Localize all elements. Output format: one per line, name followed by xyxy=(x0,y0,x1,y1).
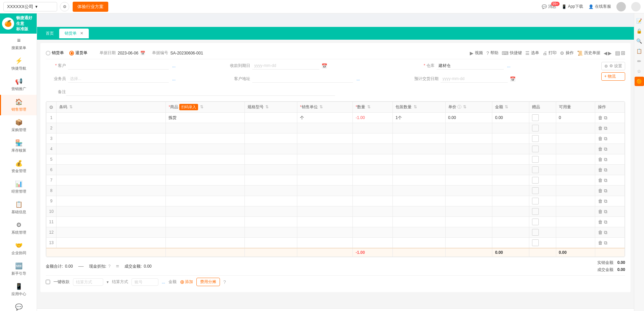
row-barcode[interactable] xyxy=(56,133,166,144)
next-arrow[interactable]: ▶ xyxy=(608,50,612,56)
delete-row-icon[interactable]: 🗑 xyxy=(598,188,603,194)
copy-row-icon[interactable]: ⧉ xyxy=(604,188,607,194)
sidebar-item-finance[interactable]: 💰 资金管理 xyxy=(0,156,37,177)
row-unit-price[interactable]: 0.00 xyxy=(445,113,492,123)
row-unit[interactable] xyxy=(297,154,353,165)
app-download-button[interactable]: 📱 App下载 xyxy=(562,4,583,9)
row-spec[interactable] xyxy=(244,154,297,165)
row-pkg-qty[interactable] xyxy=(393,154,445,165)
add-payment-button[interactable]: ⊕ 添加 xyxy=(180,279,193,285)
row-amount[interactable] xyxy=(492,133,529,144)
row-unit-price[interactable] xyxy=(445,206,492,217)
row-gift[interactable] xyxy=(529,133,556,144)
row-quantity[interactable] xyxy=(353,217,393,227)
row-quantity[interactable] xyxy=(353,123,393,133)
row-gift[interactable] xyxy=(529,186,556,196)
row-unit-price[interactable] xyxy=(445,186,492,196)
sidebar-item-inventory[interactable]: 🏪 库存核算 xyxy=(0,136,37,156)
row-gift[interactable] xyxy=(529,175,556,186)
row-product[interactable] xyxy=(166,165,244,175)
copy-row-icon[interactable]: ⧉ xyxy=(604,125,607,131)
account-input[interactable] xyxy=(131,278,158,286)
row-amount[interactable] xyxy=(492,175,529,186)
copy-row-icon[interactable]: ⧉ xyxy=(604,178,607,183)
row-quantity[interactable] xyxy=(353,206,393,217)
video-action[interactable]: ▶ 视频 xyxy=(470,50,483,56)
row-gift[interactable] xyxy=(529,154,556,165)
row-amount[interactable] xyxy=(492,227,529,238)
select-action[interactable]: ☰ 选单 xyxy=(525,50,539,56)
row-unit[interactable] xyxy=(297,196,353,206)
salesman-input[interactable] xyxy=(68,75,169,83)
row-spec[interactable] xyxy=(244,186,297,196)
row-unit-price[interactable] xyxy=(445,133,492,144)
row-barcode[interactable] xyxy=(56,113,166,123)
scan-button[interactable]: 扫码录入 xyxy=(179,104,198,110)
row-spec[interactable] xyxy=(244,196,297,206)
row-unit-price[interactable] xyxy=(445,165,492,175)
row-unit[interactable]: 个 xyxy=(297,113,353,123)
sidebar-item-system[interactable]: ⚙ 系统管理 xyxy=(0,218,37,238)
avatar-extra[interactable] xyxy=(631,2,641,11)
warehouse-dots[interactable]: ... xyxy=(507,64,510,68)
company-selector[interactable]: XXXXXX公司 ▾ xyxy=(3,2,57,11)
list-view-icon[interactable]: ▤ xyxy=(615,50,620,56)
sidebar-item-search[interactable]: ≡ 搜索菜单 xyxy=(0,34,37,54)
return-order-radio[interactable]: 退货单 xyxy=(69,50,87,56)
row-pkg-qty[interactable] xyxy=(393,238,445,248)
delete-row-icon[interactable]: 🗑 xyxy=(598,240,603,246)
row-unit[interactable] xyxy=(297,206,353,217)
row-unit-price[interactable] xyxy=(445,217,492,227)
row-spec[interactable] xyxy=(244,133,297,144)
row-pkg-qty[interactable] xyxy=(393,175,445,186)
copy-row-icon[interactable]: ⧉ xyxy=(604,157,607,162)
row-unit-price[interactable] xyxy=(445,238,492,248)
row-unit[interactable] xyxy=(297,217,353,227)
row-barcode[interactable] xyxy=(56,165,166,175)
row-spec[interactable] xyxy=(244,144,297,154)
row-spec[interactable] xyxy=(244,227,297,238)
row-barcode[interactable] xyxy=(56,186,166,196)
payment-due-calendar-icon[interactable]: 📅 xyxy=(321,63,327,69)
row-product[interactable] xyxy=(166,144,244,154)
row-unit[interactable] xyxy=(297,165,353,175)
row-unit[interactable] xyxy=(297,123,353,133)
right-panel-active-btn[interactable]: 🟠 xyxy=(635,77,644,86)
help-action[interactable]: ? 帮助 xyxy=(486,50,498,56)
row-barcode[interactable] xyxy=(56,123,166,133)
row-amount[interactable] xyxy=(492,123,529,133)
row-gift[interactable] xyxy=(529,238,556,248)
row-barcode[interactable] xyxy=(56,196,166,206)
avatar[interactable] xyxy=(616,2,626,11)
row-spec[interactable] xyxy=(244,238,297,248)
tab-home[interactable]: 首页 xyxy=(40,29,59,38)
doc-date-calendar-icon[interactable]: 📅 xyxy=(140,51,145,55)
row-barcode[interactable] xyxy=(56,144,166,154)
row-quantity[interactable] xyxy=(353,154,393,165)
row-gift[interactable] xyxy=(529,206,556,217)
row-unit-price[interactable] xyxy=(445,123,492,133)
sidebar-item-wechat[interactable]: 💬 企业微信 xyxy=(0,300,37,311)
shortcut-action[interactable]: ⌨ 快捷键 xyxy=(502,50,522,56)
sidebar-item-apps[interactable]: 📱 应用中心 xyxy=(0,279,37,300)
row-amount[interactable] xyxy=(492,165,529,175)
copy-row-icon[interactable]: ⧉ xyxy=(604,198,607,204)
row-unit-price[interactable] xyxy=(445,196,492,206)
online-support-button[interactable]: 👤 在线客服 xyxy=(589,4,611,9)
payment-help-icon[interactable]: ? xyxy=(223,279,226,285)
row-spec[interactable] xyxy=(244,123,297,133)
sidebar-item-marketing[interactable]: 📢 营销推广 xyxy=(0,74,37,95)
delete-row-icon[interactable]: 🗑 xyxy=(598,178,603,183)
copy-row-icon[interactable]: ⧉ xyxy=(604,115,607,121)
delete-row-icon[interactable]: 🗑 xyxy=(598,209,603,215)
settings-button[interactable]: ⚙ xyxy=(60,2,69,11)
right-panel-star[interactable]: ☆ xyxy=(635,67,644,76)
delete-row-icon[interactable]: 🗑 xyxy=(598,146,603,152)
row-barcode[interactable] xyxy=(56,238,166,248)
row-quantity[interactable] xyxy=(353,133,393,144)
row-barcode[interactable] xyxy=(56,227,166,238)
right-panel-list[interactable]: 📋 xyxy=(635,46,644,56)
copy-row-icon[interactable]: ⧉ xyxy=(604,240,607,246)
row-amount[interactable] xyxy=(492,196,529,206)
sidebar-item-newbie[interactable]: 🆕 新手引导 xyxy=(0,259,37,279)
